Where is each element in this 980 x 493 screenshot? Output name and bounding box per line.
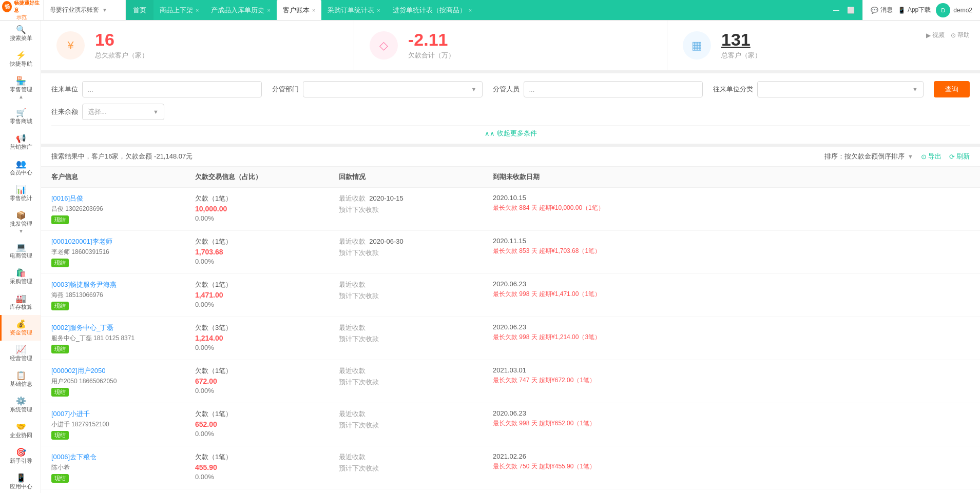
- sidebar-item-members[interactable]: 👥 会员中心: [0, 155, 41, 181]
- window-minimize[interactable]: —: [833, 7, 839, 14]
- sidebar-item-purchase[interactable]: 🛍️ 采购管理: [0, 264, 41, 289]
- close-icon[interactable]: ×: [196, 7, 199, 13]
- debt-count: 欠款（1笔）: [195, 194, 339, 203]
- overdue-info: 最长欠款 998 天 超期¥1,214.00（3笔）: [493, 333, 970, 342]
- customer-name-link[interactable]: [0007]小进千: [51, 410, 90, 418]
- customer-tag: 现结: [51, 431, 69, 440]
- table-row: [0001020001]李老师 李老师 18600391516 现结 欠款（1笔…: [41, 231, 980, 274]
- customer-name-link[interactable]: [0016]吕俊: [51, 194, 83, 202]
- sidebar-item-retail-stats[interactable]: 📊 零售统计: [0, 181, 41, 206]
- customer-name-link[interactable]: [0006]去下粮仓: [51, 453, 97, 461]
- stat-owed-total-value: -2.11: [408, 31, 455, 48]
- due-date: 2020.06.23: [493, 323, 970, 331]
- help-btn[interactable]: ⊙ 帮助: [951, 31, 970, 40]
- video-btn[interactable]: ▶ 视频: [926, 31, 945, 40]
- unit-category-input[interactable]: ▼: [757, 81, 924, 97]
- overdue-link[interactable]: 超期¥1,703.68（1笔）: [539, 247, 601, 254]
- debt-pct: 0.00%: [195, 258, 339, 265]
- due-date: 2020.06.23: [493, 409, 970, 417]
- debt-pct: 0.00%: [195, 387, 339, 395]
- window-maximize[interactable]: ⬜: [847, 7, 855, 14]
- tab-purchase-stats[interactable]: 进货单统计表（按商品） ×: [387, 0, 478, 20]
- sidebar-item-basic[interactable]: 📋 基础信息: [0, 366, 41, 392]
- sidebar-item-retail-mgmt[interactable]: 🏪 零售管理 ▲: [0, 72, 41, 104]
- sidebar-item-ecommerce[interactable]: 💻 电商管理: [0, 238, 41, 264]
- next-return-info: 预计下次收款: [339, 334, 493, 344]
- customer-name-link[interactable]: [0001020001]李老师: [51, 238, 112, 245]
- export-btn[interactable]: ⊙ 导出: [921, 152, 941, 161]
- query-button[interactable]: 查询: [934, 81, 970, 97]
- tab-product-shelf[interactable]: 商品上下架 ×: [153, 0, 205, 20]
- user-menu[interactable]: D demo2: [936, 3, 972, 17]
- customer-name-link[interactable]: [000002]用户2050: [51, 367, 106, 374]
- overdue-link[interactable]: 超期¥455.90（1笔）: [539, 463, 595, 470]
- overdue-link[interactable]: 超期¥10,000.00（1笔）: [539, 204, 604, 211]
- message-btn[interactable]: 💬 消息: [871, 6, 893, 14]
- stat-card-owed-total: ◇ -2.11 欠款合计（万）: [354, 21, 667, 70]
- stat-card-total-customers: ▦ 131 总客户（家） ▶ 视频 ⊙ 帮助: [667, 21, 980, 70]
- sidebar-item-batch-mgmt[interactable]: 📦 批发管理 ▼: [0, 206, 41, 238]
- next-return-info: 预计下次收款: [339, 378, 493, 387]
- tab-customer-account[interactable]: 客户账本 ×: [277, 0, 321, 20]
- tab-product-history[interactable]: 产成品入库单历史 ×: [205, 0, 276, 20]
- sidebar-item-app-center[interactable]: 📱 应用中心: [0, 469, 41, 493]
- next-return-info: 预计下次收款: [339, 291, 493, 301]
- from-unit-input[interactable]: ...: [82, 81, 262, 97]
- username: demo2: [953, 7, 972, 14]
- app-download-btn[interactable]: 📱 App下载: [898, 6, 931, 14]
- debt-amount: 652.00: [195, 420, 339, 428]
- logo-subtext: 示范: [16, 14, 27, 21]
- dept-input[interactable]: ▼: [303, 81, 483, 97]
- return-info: 最近收款: [339, 409, 493, 419]
- sidebar-item-enterprise[interactable]: 🤝 企业协同: [0, 418, 41, 443]
- sidebar-item-business[interactable]: 📈 经营管理: [0, 341, 41, 366]
- close-icon[interactable]: ×: [377, 7, 380, 13]
- debt-count: 欠款（1笔）: [195, 409, 339, 419]
- overdue-link[interactable]: 超期¥1,471.00（1笔）: [539, 290, 601, 298]
- balance-input[interactable]: 选择... ▼: [82, 104, 164, 120]
- debt-amount: 672.00: [195, 377, 339, 385]
- collapse-btn[interactable]: ∧∧ 收起更多条件: [51, 125, 970, 141]
- sidebar-item-guide[interactable]: 🎯 新手引导: [0, 443, 41, 469]
- sidebar-item-retail-mall[interactable]: 🛒 零售商城: [0, 104, 41, 129]
- debt-pct: 0.00%: [195, 214, 339, 222]
- tab-home[interactable]: 首页: [126, 0, 153, 20]
- customer-name-link[interactable]: [0002]服务中心_丁磊: [51, 324, 113, 331]
- col-header-return: 回款情况: [339, 172, 493, 182]
- close-icon[interactable]: ×: [267, 7, 270, 13]
- close-icon[interactable]: ×: [469, 7, 472, 13]
- filter-unit-category: 往来单位分类 ▼: [713, 81, 924, 97]
- customer-tag: 现结: [51, 215, 69, 224]
- overdue-info: 最长欠款 750 天 超期¥455.90（1笔）: [493, 462, 970, 471]
- overdue-info: 最长欠款 884 天 超期¥10,000.00（1笔）: [493, 204, 970, 212]
- refresh-btn[interactable]: ⟳ 刷新: [949, 152, 970, 161]
- sidebar-item-warehouse[interactable]: 🏭 库存核算: [0, 289, 41, 315]
- company-selector[interactable]: 母婴行业演示账套 ▼: [44, 0, 126, 20]
- person-input[interactable]: ...: [524, 81, 703, 97]
- close-icon[interactable]: ×: [312, 7, 315, 13]
- return-info: 最近收款 2020-06-30: [339, 237, 493, 246]
- overdue-info: 最长欠款 998 天 超期¥652.00（1笔）: [493, 419, 970, 428]
- overdue-link[interactable]: 超期¥1,214.00（3笔）: [539, 333, 601, 341]
- stat-total-customers-label: 总客户（家）: [721, 51, 761, 60]
- sidebar-item-system[interactable]: ⚙️ 系统管理: [0, 392, 41, 418]
- overdue-link[interactable]: 超期¥672.00（1笔）: [539, 377, 595, 384]
- tab-purchase-order[interactable]: 采购订单统计表 ×: [321, 0, 386, 20]
- overdue-link[interactable]: 超期¥652.00（1笔）: [539, 420, 595, 427]
- customer-tag: 现结: [51, 474, 69, 483]
- overdue-info: 最长欠款 853 天 超期¥1,703.68（1笔）: [493, 247, 970, 255]
- debt-count: 欠款（3笔）: [195, 323, 339, 332]
- overdue-info: 最长欠款 747 天 超期¥672.00（1笔）: [493, 376, 970, 385]
- stat-card-customers-owed: ¥ 16 总欠款客户（家）: [41, 21, 354, 70]
- sidebar-item-search[interactable]: 🔍 搜索菜单: [0, 21, 41, 46]
- customer-name-link[interactable]: [0003]畅捷服务尹海燕: [51, 281, 117, 288]
- table-row: [0006]去下粮仓 陈小希 现结 欠款（1笔） 455.90 0.00% 最近…: [41, 446, 980, 489]
- sidebar: 🔍 搜索菜单 ⚡ 快捷导航 🏪 零售管理 ▲ 🛒 零售商城 📢 营销推广 👥 会…: [0, 21, 41, 493]
- sidebar-item-finance[interactable]: 💰 资金管理: [0, 315, 41, 341]
- sidebar-item-quick-nav[interactable]: ⚡ 快捷导航: [0, 46, 41, 72]
- due-date: 2021.03.01: [493, 366, 970, 374]
- due-date: 2021.02.26: [493, 452, 970, 460]
- sort-icon: ▼: [908, 153, 913, 160]
- results-bar: 搜索结果中，客户16家，欠款金额 -21,148.07元 排序：按欠款金额倒序排…: [41, 147, 980, 166]
- sidebar-item-marketing[interactable]: 📢 营销推广: [0, 129, 41, 155]
